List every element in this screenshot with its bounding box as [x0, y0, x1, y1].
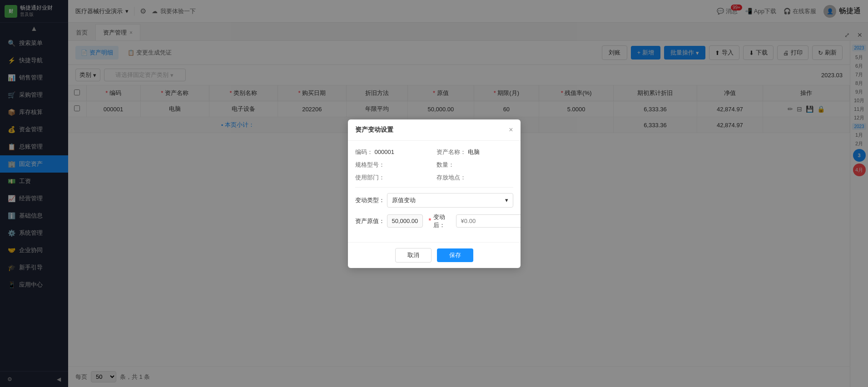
- modal-divider: [355, 187, 513, 188]
- change-type-row: 变动类型： 原值变动 ▾: [355, 193, 513, 208]
- after-label: 变动后：: [433, 213, 456, 229]
- save-button[interactable]: 保存: [437, 248, 473, 262]
- modal-dept-item: 使用部门：: [355, 174, 432, 182]
- required-star: *: [428, 217, 431, 225]
- cancel-button[interactable]: 取消: [395, 248, 432, 263]
- modal-overlay: 资产变动设置 × 编码： 000001 资产名称： 电脑 规格型号： 数: [0, 0, 868, 387]
- after-value-input[interactable]: [456, 214, 521, 228]
- modal-name-item: 资产名称： 电脑: [436, 148, 513, 156]
- modal-title: 资产变动设置: [355, 126, 393, 134]
- asset-change-modal: 资产变动设置 × 编码： 000001 资产名称： 电脑 规格型号： 数: [348, 119, 521, 268]
- modal-location-item: 存放地点：: [436, 174, 513, 182]
- modal-code-value: 000001: [375, 149, 394, 155]
- asset-value-row: 资产原值： 50,000.00 * 变动后：: [355, 213, 513, 229]
- modal-name-value: 电脑: [468, 148, 480, 156]
- modal-code-item: 编码： 000001: [355, 148, 432, 156]
- modal-footer: 取消 保存: [348, 242, 521, 268]
- modal-quantity-item: 数量：: [436, 161, 513, 169]
- change-type-chevron-icon: ▾: [505, 197, 508, 203]
- asset-value-label: 资产原值：: [355, 217, 387, 225]
- change-type-select[interactable]: 原值变动 ▾: [387, 193, 513, 208]
- modal-info-grid: 编码： 000001 资产名称： 电脑 规格型号： 数量： 使用部门：: [355, 148, 513, 182]
- asset-value-field: 50,000.00: [387, 214, 423, 228]
- modal-header: 资产变动设置 ×: [348, 119, 521, 141]
- change-type-label: 变动类型：: [355, 196, 387, 204]
- modal-body: 编码： 000001 资产名称： 电脑 规格型号： 数量： 使用部门：: [348, 141, 521, 242]
- change-type-value: 原值变动: [392, 196, 416, 204]
- modal-spec-item: 规格型号：: [355, 161, 432, 169]
- modal-close-btn[interactable]: ×: [509, 126, 513, 134]
